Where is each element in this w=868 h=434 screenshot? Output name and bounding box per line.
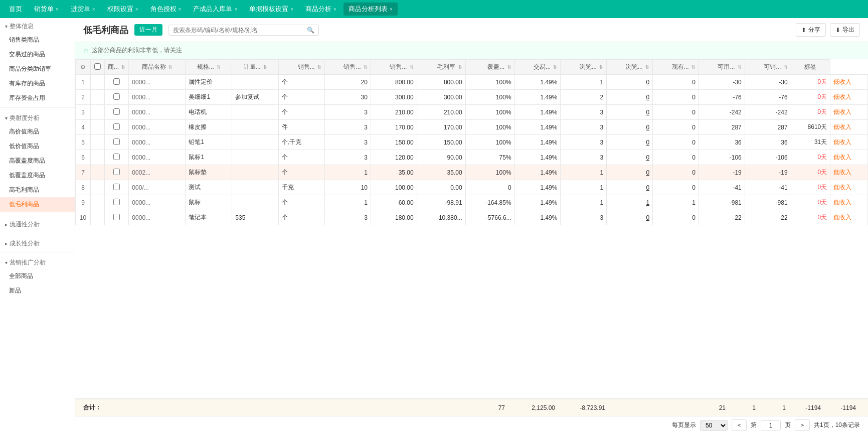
row-views1[interactable]: 0 <box>607 105 653 120</box>
sidebar-item-low-value[interactable]: 低价值商品 <box>0 139 75 154</box>
sidebar-item-high-value[interactable]: 高价值商品 <box>0 124 75 139</box>
col-coverage[interactable]: 覆盖... ⇅ <box>465 60 514 75</box>
sidebar-item-all-products[interactable]: 全部商品 <box>0 269 75 283</box>
per-page-select[interactable]: 50 100 200 <box>700 420 728 431</box>
row-checkbox[interactable] <box>105 105 129 120</box>
col-sales-amount[interactable]: 销售... ⇅ <box>371 60 417 75</box>
col-code[interactable]: 商... ⇅ <box>105 60 129 75</box>
row-checkbox[interactable] <box>105 210 129 225</box>
sidebar-item-high-coverage[interactable]: 高覆盖度商品 <box>0 154 75 168</box>
row-checkbox[interactable] <box>105 150 129 165</box>
sidebar-section-class[interactable]: ▾ 类射度分析 <box>0 110 75 124</box>
sidebar-section-growth[interactable]: ▸ 成长性分析 <box>0 235 75 250</box>
period-button[interactable]: 近一月 <box>134 24 162 36</box>
close-icon[interactable]: × <box>234 7 237 12</box>
row-checkbox[interactable] <box>105 195 129 210</box>
row-select-checkbox[interactable] <box>113 138 120 145</box>
row-select-checkbox[interactable] <box>113 169 120 175</box>
nav-role-auth[interactable]: 角色授权 × <box>145 3 187 16</box>
sidebar-item-stock-capital[interactable]: 库存资金占用 <box>0 91 75 105</box>
search-icon[interactable]: 🔍 <box>307 27 314 34</box>
row-views1[interactable]: 0 <box>607 210 653 225</box>
views1-link[interactable]: 0 <box>646 109 649 116</box>
row-checkbox[interactable] <box>105 90 129 105</box>
col-saleable[interactable]: 可销... ⇅ <box>745 60 791 75</box>
export-button[interactable]: ⬇ 导出 <box>830 23 860 37</box>
close-icon[interactable]: × <box>135 7 138 12</box>
col-views2[interactable]: 浏览... ⇅ <box>607 60 653 75</box>
row-views1[interactable]: 0 <box>607 75 653 90</box>
views1-link[interactable]: 0 <box>646 214 649 221</box>
row-views1[interactable]: 0 <box>607 90 653 105</box>
row-select-checkbox[interactable] <box>113 78 120 85</box>
col-sales-price[interactable]: 销售... ⇅ <box>324 60 371 75</box>
sidebar-item-in-stock[interactable]: 有库存的商品 <box>0 76 75 91</box>
row-views1[interactable]: 0 <box>607 180 653 195</box>
col-current[interactable]: 现有... ⇅ <box>653 60 699 75</box>
row-checkbox[interactable] <box>105 75 129 90</box>
close-icon[interactable]: × <box>390 7 393 12</box>
row-checkbox[interactable] <box>105 180 129 195</box>
row-views1[interactable]: 0 <box>607 120 653 135</box>
sidebar-item-sales-products[interactable]: 销售类商品 <box>0 33 75 47</box>
sidebar-item-high-margin[interactable]: 高毛利商品 <box>0 183 75 197</box>
sidebar-item-low-coverage[interactable]: 低覆盖度商品 <box>0 168 75 183</box>
row-views1[interactable]: 0 <box>607 135 653 150</box>
row-views1[interactable]: 1 <box>607 195 653 210</box>
row-views1[interactable]: 0 <box>607 165 653 180</box>
close-icon[interactable]: × <box>179 7 182 12</box>
prev-page-button[interactable]: ＜ <box>732 419 747 431</box>
row-select-checkbox[interactable] <box>113 123 120 130</box>
nav-product-analysis-list[interactable]: 商品分析列表 × <box>343 3 398 16</box>
views1-link[interactable]: 0 <box>646 94 649 101</box>
views1-link[interactable]: 0 <box>646 124 649 131</box>
nav-purchase-order[interactable]: 进货单 × <box>66 3 100 16</box>
page-input[interactable] <box>761 420 781 430</box>
nav-template-settings[interactable]: 单据模板设置 × <box>244 3 298 16</box>
nav-home[interactable]: 首页 <box>4 3 27 16</box>
close-icon[interactable]: × <box>56 7 59 12</box>
col-tag[interactable]: 标签 <box>791 60 830 75</box>
data-table-container[interactable]: ⚙ 商... ⇅ 商品名称 ⇅ 规格... <box>75 59 868 398</box>
sidebar-item-low-margin[interactable]: 低毛利商品 <box>0 197 75 212</box>
sidebar-item-traded-products[interactable]: 交易过的商品 <box>0 47 75 62</box>
col-name[interactable]: 商品名称 ⇅ <box>129 60 186 75</box>
views1-link[interactable]: 0 <box>646 139 649 146</box>
close-icon[interactable]: × <box>333 7 336 12</box>
views1-link[interactable]: 1 <box>646 199 649 206</box>
row-checkbox[interactable] <box>105 165 129 180</box>
col-available[interactable]: 可用... ⇅ <box>699 60 745 75</box>
views1-link[interactable]: 0 <box>646 154 649 161</box>
col-gross-margin[interactable]: 毛利率 ⇅ <box>417 60 465 75</box>
row-select-checkbox[interactable] <box>113 214 120 220</box>
select-all-checkbox[interactable] <box>94 63 101 70</box>
sidebar-section-marketing[interactable]: ▾ 营销推广分析 <box>0 254 75 269</box>
next-page-button[interactable]: ＞ <box>795 419 810 431</box>
row-checkbox[interactable] <box>105 135 129 150</box>
sidebar-section-overall[interactable]: ▾ 整体信息 <box>0 18 75 33</box>
col-transaction[interactable]: 交易... ⇅ <box>514 60 561 75</box>
row-select-checkbox[interactable] <box>113 108 120 115</box>
row-select-checkbox[interactable] <box>113 199 120 205</box>
nav-product-analysis[interactable]: 商品分析 × <box>300 3 341 16</box>
close-icon[interactable]: × <box>92 7 95 12</box>
col-views1[interactable]: 浏览... ⇅ <box>561 60 607 75</box>
col-checkbox[interactable] <box>91 60 105 75</box>
views1-link[interactable]: 0 <box>646 79 649 86</box>
col-settings[interactable]: ⚙ <box>76 60 91 75</box>
row-select-checkbox[interactable] <box>113 184 120 190</box>
row-checkbox[interactable] <box>105 120 129 135</box>
views1-link[interactable]: 0 <box>646 169 649 176</box>
sidebar-item-new-products[interactable]: 新品 <box>0 283 75 298</box>
nav-permission[interactable]: 权限设置 × <box>102 3 143 16</box>
row-views1[interactable]: 0 <box>607 150 653 165</box>
row-select-checkbox[interactable] <box>113 154 120 160</box>
views1-link[interactable]: 0 <box>646 184 649 191</box>
row-select-checkbox[interactable] <box>113 93 120 100</box>
close-icon[interactable]: × <box>290 7 293 12</box>
col-sales-qty[interactable]: 销售... ⇅ <box>279 60 325 75</box>
sidebar-section-flow[interactable]: ▸ 流通性分析 <box>0 216 75 231</box>
nav-product-instock[interactable]: 产成品入库单 × <box>188 3 242 16</box>
share-button[interactable]: ⬆ 分享 <box>796 23 826 37</box>
sidebar-item-category-rate[interactable]: 商品分类助销率 <box>0 62 75 76</box>
